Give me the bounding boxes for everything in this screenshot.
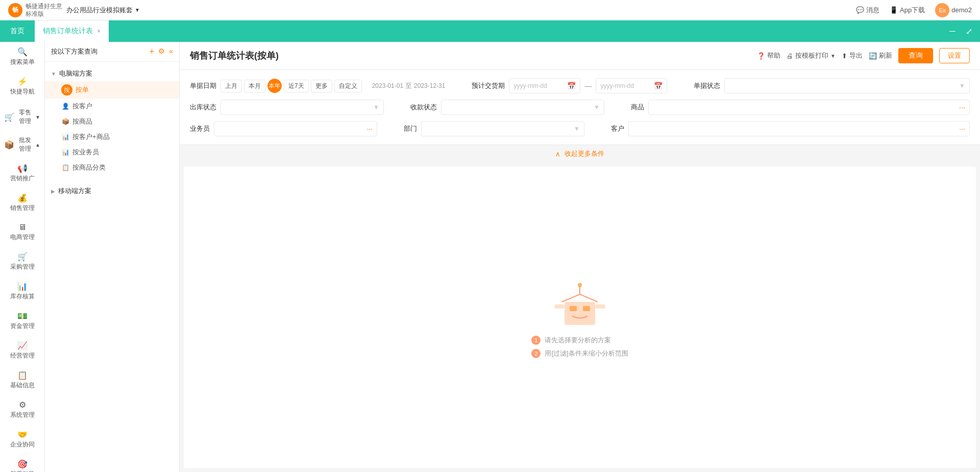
sidebar-item-system[interactable]: ⚙ 系统管理 — [0, 395, 44, 424]
customer-select[interactable]: ··· — [628, 121, 970, 136]
expected-delivery-end-placeholder: yyyy-mm-dd — [600, 82, 633, 89]
account-dropdown[interactable]: 办公用品行业模拟账套 ▼ — [66, 6, 140, 15]
sidebar-item-new-guide[interactable]: 🎯 新手引导 — [0, 454, 44, 472]
operations-icon: 📈 — [17, 341, 28, 350]
tab-close-icon[interactable]: × — [97, 28, 101, 35]
sidebar-item-search-menu[interactable]: 🔍 搜索菜单 — [0, 42, 44, 72]
tree-child-by-goods-category[interactable]: 📋 按商品分类 — [45, 160, 179, 175]
empty-illustration — [549, 276, 610, 327]
tree-child-by-customer-goods-label: 按客户+商品 — [72, 132, 110, 141]
calendar-end-icon[interactable]: 📅 — [654, 82, 663, 90]
order-status-arrow-icon: ▼ — [959, 82, 965, 89]
sidebar-new-guide-label: 新手引导 — [10, 470, 35, 472]
salesman-label: 业务员 — [190, 124, 210, 133]
retail-icon: 🛒 — [4, 112, 14, 122]
tree-parent-pc[interactable]: ▼ 电脑端方案 — [45, 66, 179, 81]
sidebar-item-quick-nav[interactable]: ⚡ 快捷导航 — [0, 72, 44, 101]
salesman-icon: 📊 — [61, 148, 69, 156]
sidebar-item-inventory[interactable]: 📊 库存核算 — [0, 276, 44, 306]
expected-delivery-start-input[interactable]: yyyy-mm-dd 📅 — [509, 78, 580, 93]
salesman-select[interactable]: ··· — [214, 121, 377, 136]
empty-tip-2: 2 用[过滤]条件来缩小分析范围 — [531, 349, 628, 358]
tree-child-by-customer-goods[interactable]: 📊 按客户+商品 — [45, 129, 179, 145]
user-profile[interactable]: Ea demo2 — [935, 3, 972, 17]
filter-field-customer: 客户 ··· — [611, 121, 970, 136]
svg-rect-6 — [595, 304, 605, 309]
help-icon: ❓ — [757, 52, 765, 60]
tab-home[interactable]: 首页 — [0, 20, 35, 42]
order-status-select[interactable]: ▼ — [724, 78, 970, 93]
date-btn-last-month[interactable]: 上月 — [220, 80, 242, 92]
tab-active-sales[interactable]: 销售订单统计表 × — [35, 20, 109, 42]
tree-parent-pc-label: 电脑端方案 — [59, 69, 92, 78]
page-title: 销售订单统计表(按单) — [190, 50, 279, 68]
date-sep: — — [584, 82, 592, 90]
tree-child-by-order[interactable]: 按 按单 — [45, 81, 179, 99]
message-icon: 💬 — [856, 6, 864, 14]
setting-scheme-button[interactable]: ⚙ — [158, 47, 165, 56]
goods-icon: 📦 — [61, 117, 69, 126]
settings-label: 设置 — [948, 52, 961, 59]
sidebar-item-basic-info[interactable]: 📋 基础信息 — [0, 365, 44, 395]
out-status-select[interactable]: ▼ — [220, 100, 384, 115]
sidebar-item-sales[interactable]: 💰 销售管理 — [0, 188, 44, 218]
add-scheme-button[interactable]: + — [150, 47, 154, 56]
date-btn-this-month[interactable]: 本月 — [244, 80, 265, 92]
help-button[interactable]: ❓ 帮助 — [757, 51, 780, 60]
salesman-more-icon[interactable]: ··· — [366, 125, 373, 133]
out-status-label: 出库状态 — [190, 103, 216, 112]
goods-select[interactable]: ··· — [648, 100, 970, 115]
sidebar-item-wholesale[interactable]: 📦 批发管理 ▲ — [0, 131, 44, 158]
sidebar-marketing-label: 营销推广 — [10, 174, 35, 183]
tab-sales-label: 销售订单统计表 — [43, 27, 93, 36]
sidebar-item-marketing[interactable]: 📢 营销推广 — [0, 158, 44, 188]
tree-parent-mobile[interactable]: ▶ 移动端方案 — [45, 183, 179, 199]
filter-field-date: 单据日期 上月 本月 本年 近7天 — [190, 79, 362, 93]
department-select[interactable]: ▼ — [421, 121, 584, 136]
customer-icon: 👤 — [61, 102, 69, 110]
print-icon: 🖨 — [787, 52, 793, 60]
expected-delivery-end-input[interactable]: yyyy-mm-dd 📅 — [596, 78, 667, 93]
tree-child-by-customer[interactable]: 👤 按客户 — [45, 99, 179, 114]
sidebar-item-purchase[interactable]: 🛒 采购管理 — [0, 247, 44, 276]
export-button[interactable]: ⬆ 导出 — [842, 51, 863, 60]
app-download-button[interactable]: 📱 App下载 — [890, 6, 925, 15]
refresh-button[interactable]: 🔄 刷新 — [869, 51, 892, 60]
date-btn-7days[interactable]: 近7天 — [284, 80, 309, 92]
sidebar-item-retail[interactable]: 🛒 零售管理 ▼ — [0, 103, 44, 131]
print-button[interactable]: 🖨 按模板打印 ▼ — [787, 51, 836, 60]
date-range-start: 2023-01-01 — [372, 82, 403, 89]
date-btn-this-year-label: 本年 — [268, 82, 281, 90]
minimize-icon[interactable]: ─ — [947, 26, 958, 36]
collapse-panel-button[interactable]: « — [169, 47, 173, 56]
search-icon: 🔍 — [17, 47, 28, 57]
sidebar-item-enterprise[interactable]: 🤝 企业协同 — [0, 424, 44, 454]
query-button[interactable]: 查询 — [898, 48, 933, 63]
maximize-icon[interactable]: ⤢ — [964, 26, 974, 36]
calendar-start-icon[interactable]: 📅 — [567, 82, 576, 90]
message-button[interactable]: 💬 消息 — [856, 6, 879, 15]
collapse-button[interactable]: ∧ 收起更多条件 — [555, 149, 604, 158]
settings-button[interactable]: 设置 — [939, 48, 970, 63]
customer-goods-icon: 📊 — [61, 133, 69, 141]
empty-content: 1 请先选择要分析的方案 2 用[过滤]条件来缩小分析范围 — [531, 276, 628, 358]
tree-child-by-goods[interactable]: 📦 按商品 — [45, 114, 179, 129]
out-status-arrow-icon: ▼ — [373, 104, 379, 111]
customer-more-icon[interactable]: ··· — [959, 125, 965, 133]
goods-more-icon[interactable]: ··· — [959, 103, 965, 111]
date-btn-custom[interactable]: 自定义 — [334, 80, 362, 92]
message-label: 消息 — [866, 6, 879, 15]
enterprise-icon: 🤝 — [17, 430, 28, 439]
sidebar-item-operations[interactable]: 📈 经营管理 — [0, 336, 44, 365]
date-btn-more[interactable]: 更多 — [311, 80, 332, 92]
collapse-bar[interactable]: ∧ 收起更多条件 — [180, 145, 980, 162]
tree-child-by-salesman[interactable]: 📊 按业务员 — [45, 145, 179, 160]
export-icon: ⬆ — [842, 52, 847, 60]
date-btn-7days-label: 近7天 — [288, 82, 304, 89]
filter-area: 单据日期 上月 本月 本年 近7天 — [180, 70, 980, 145]
payment-status-select[interactable]: ▼ — [441, 100, 604, 115]
sidebar-item-ecommerce[interactable]: 🖥 电商管理 — [0, 218, 44, 247]
filter-date-group: 上月 本月 本年 近7天 更多 — [220, 79, 362, 93]
sidebar-item-finance[interactable]: 💵 资金管理 — [0, 306, 44, 336]
date-btn-this-year[interactable]: 本年 — [267, 79, 282, 93]
